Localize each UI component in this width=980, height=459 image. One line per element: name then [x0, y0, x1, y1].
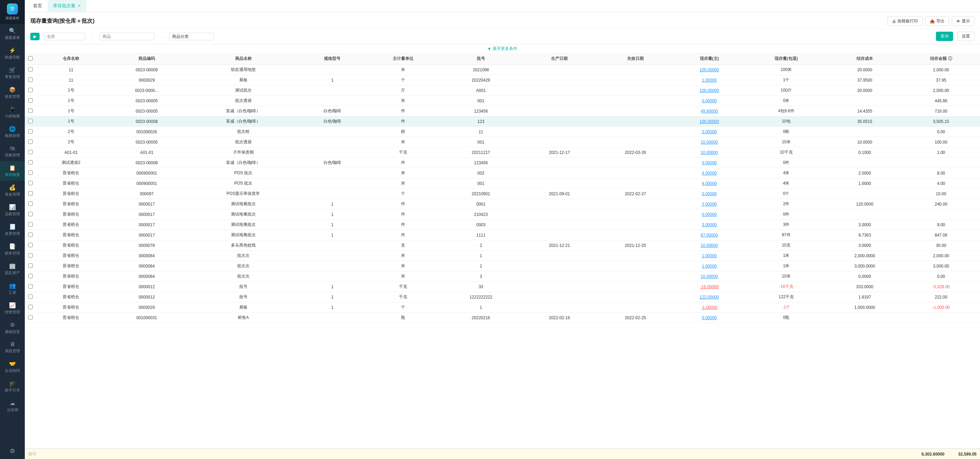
row-checkbox[interactable] — [25, 147, 36, 158]
row-code: 0000012 — [106, 282, 188, 292]
row-stock-main[interactable]: 10.00000 — [673, 240, 745, 251]
row-checkbox[interactable] — [25, 106, 36, 116]
row-batch: 001 — [440, 137, 521, 147]
sidebar-item-new-guide[interactable]: 🎓 新手引导 — [0, 377, 25, 396]
row-checkbox[interactable] — [25, 178, 36, 189]
quick-nav-icon: ⚡ — [9, 47, 16, 54]
row-produce-date — [522, 292, 598, 302]
export-button[interactable]: 📤 导出 — [925, 16, 949, 26]
sidebar-item-basic[interactable]: ⚙ 基础信息 — [0, 318, 25, 338]
row-stock-main[interactable]: 0.00000 — [673, 189, 745, 199]
tab-inventory-batch[interactable]: 库存批次量 ✕ — [48, 0, 86, 13]
select-all-checkbox[interactable] — [28, 56, 33, 61]
sidebar-item-micro-ecom[interactable]: 📱 小程电商 — [0, 103, 25, 122]
sidebar-item-ops[interactable]: 📈 经营管理 — [0, 298, 25, 318]
sidebar-item-ecom[interactable]: 🌐 电商管理 — [0, 122, 25, 142]
tab-close-icon[interactable]: ✕ — [78, 3, 81, 8]
sidebar-item-inventory[interactable]: 📋 库存核查 — [0, 161, 25, 181]
row-stock-main[interactable]: 100.00000 — [673, 65, 745, 75]
row-checkbox[interactable] — [25, 230, 36, 240]
row-checkbox[interactable] — [25, 75, 36, 85]
expand-left-button[interactable]: ▶ — [30, 33, 40, 40]
row-stock-main[interactable]: 1.00000 — [673, 75, 745, 85]
batch-print-button[interactable]: 🖨 按模板打印 — [888, 16, 923, 26]
row-unit: 件 — [366, 158, 440, 168]
row-stock-main[interactable]: 1.00000 — [673, 251, 745, 261]
row-checkbox[interactable] — [25, 158, 36, 168]
search-button[interactable]: 查询 — [936, 32, 953, 41]
row-produce-date: 2021-09-01 — [522, 189, 598, 199]
tab-home[interactable]: 首页 — [27, 0, 48, 13]
row-stock-main[interactable]: -1.00000 — [673, 302, 745, 312]
sidebar-item-quick-nav[interactable]: ⚡ 快捷导航 — [0, 44, 25, 63]
row-stock-main[interactable]: 0.00000 — [673, 127, 745, 137]
row-stock-main[interactable]: 2.00000 — [673, 199, 745, 209]
row-checkbox[interactable] — [25, 240, 36, 251]
sidebar-logo[interactable]: 管 搜索菜单 — [0, 0, 25, 24]
row-checkbox[interactable] — [25, 96, 36, 106]
row-checkbox[interactable] — [25, 271, 36, 282]
sidebar-item-fixed-asset[interactable]: 🏢 固定资产 — [0, 259, 25, 279]
row-checkbox[interactable] — [25, 137, 36, 147]
purchase-icon: 🛍 — [10, 145, 15, 151]
row-stock-main[interactable]: 0.00000 — [673, 158, 745, 168]
sidebar-item-general[interactable]: 📊 总账管理 — [0, 201, 25, 220]
sidebar-item-tax[interactable]: 📑 税务管理 — [0, 240, 25, 259]
row-checkbox[interactable] — [25, 209, 36, 220]
row-stock-main[interactable]: 100.00000 — [673, 85, 745, 96]
row-checkbox[interactable] — [25, 116, 36, 127]
row-warehouse: 晋省稻仓 — [36, 261, 106, 271]
show-button[interactable]: 👁 显示 — [952, 16, 975, 26]
sidebar-item-system[interactable]: 🖥 系统管理 — [0, 338, 25, 357]
warehouse-input[interactable] — [44, 33, 85, 40]
row-stock-main[interactable]: 1.00000 — [673, 261, 745, 271]
sidebar-item-collab[interactable]: 🤝 企业协同 — [0, 357, 25, 377]
row-checkbox[interactable] — [25, 282, 36, 292]
row-stock-main[interactable]: 10.00000 — [673, 137, 745, 147]
sidebar-item-retail[interactable]: 🛒 零售管理 — [0, 63, 25, 83]
sidebar-item-purchase[interactable]: 🛍 采购管理 — [0, 142, 25, 161]
sidebar-item-wholesale[interactable]: 📦 批发管理 — [0, 83, 25, 103]
row-checkbox[interactable] — [25, 65, 36, 75]
sidebar-item-hr[interactable]: 👥 工资 — [0, 279, 25, 298]
sidebar-item-invoice[interactable]: 🧾 发票管理 — [0, 220, 25, 240]
row-stock-main[interactable]: 4.00000 — [673, 178, 745, 189]
row-checkbox[interactable] — [25, 127, 36, 137]
row-spec — [299, 147, 366, 158]
row-checkbox[interactable] — [25, 251, 36, 261]
row-stock-main[interactable]: -16.00000 — [673, 282, 745, 292]
row-stock-main[interactable]: 10.00000 — [673, 271, 745, 282]
row-stock-main[interactable]: 87.00000 — [673, 230, 745, 240]
row-checkbox[interactable] — [25, 85, 36, 96]
goods-input[interactable] — [99, 33, 154, 40]
row-stock-main[interactable]: 0.00000 — [673, 312, 745, 323]
row-stock-main[interactable]: 0.00000 — [673, 209, 745, 220]
row-checkbox[interactable] — [25, 312, 36, 323]
row-checkbox[interactable] — [25, 189, 36, 199]
filter-expand-row[interactable]: ▼ 展开更多条件 — [25, 44, 980, 53]
sidebar-item-cloud[interactable]: ☁ 云应用 — [0, 396, 25, 416]
settings-gear-icon[interactable]: ⚙ — [0, 443, 25, 459]
row-name: 软款通用地垫 — [188, 65, 299, 75]
row-checkbox[interactable] — [25, 302, 36, 312]
row-checkbox[interactable] — [25, 220, 36, 230]
table-footer: 合计 6,302.60000 32,589.05 — [25, 448, 980, 459]
sidebar-item-search-menu[interactable]: 🔍 搜索菜单 — [0, 24, 25, 44]
row-stock-main[interactable]: 4.00000 — [673, 168, 745, 178]
row-stock-main[interactable]: 49.60000 — [673, 106, 745, 116]
row-checkbox[interactable] — [25, 168, 36, 178]
category-select[interactable]: 商品分类 — [169, 33, 214, 40]
row-stock-main[interactable]: 0.00000 — [673, 96, 745, 106]
col-code: 商品编码 — [106, 53, 188, 65]
row-checkbox[interactable] — [25, 261, 36, 271]
row-stock-main[interactable]: 100.00000 — [673, 116, 745, 127]
row-checkbox[interactable] — [25, 292, 36, 302]
table-wrapper[interactable]: 仓库名称 商品编码 商品名称 规格型号 主计量单位 批号 生产日期 失效日期 现… — [25, 53, 980, 448]
row-stock-main[interactable]: 3.00000 — [673, 220, 745, 230]
row-name: 展板 — [188, 302, 299, 312]
row-stock-main[interactable]: 10.00000 — [673, 147, 745, 158]
settings-button[interactable]: 设置 — [957, 32, 975, 41]
sidebar-item-asset[interactable]: 💰 资金管理 — [0, 181, 25, 201]
row-checkbox[interactable] — [25, 199, 36, 209]
row-stock-main[interactable]: 122.00000 — [673, 292, 745, 302]
